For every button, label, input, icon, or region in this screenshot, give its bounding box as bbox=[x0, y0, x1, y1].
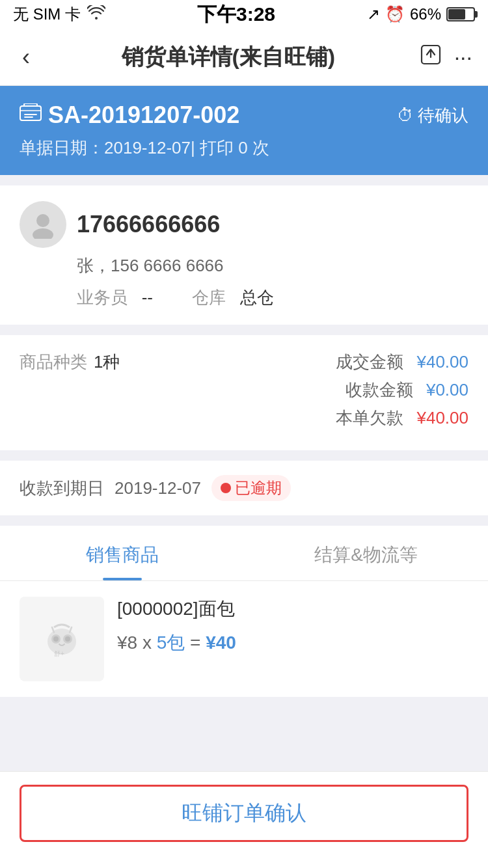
product-quantity: 5包 bbox=[157, 632, 185, 653]
overdue-badge: 已逾期 bbox=[211, 475, 291, 501]
amount-value: ¥40.00 bbox=[416, 352, 468, 372]
battery-icon bbox=[446, 7, 475, 21]
tab-settlement[interactable]: 结算&物流等 bbox=[244, 526, 488, 580]
status-bar: 无 SIM 卡 下午3:28 ↗ ⏰ 66% bbox=[0, 0, 488, 29]
overdue-dot-icon bbox=[221, 483, 231, 493]
overdue-text: 已逾期 bbox=[235, 478, 282, 498]
product-name: [0000002]面包 bbox=[117, 597, 468, 621]
page-title: 销货单详情(来自旺铺) bbox=[122, 42, 336, 72]
summary-right: 成交金额 ¥40.00 收款金额 ¥0.00 本单欠款 ¥40.00 bbox=[244, 351, 468, 435]
svg-point-3 bbox=[33, 228, 53, 239]
owed-label: 本单欠款 bbox=[336, 407, 403, 429]
due-label: 收款到期日 bbox=[20, 477, 104, 500]
order-id: SA-20191207-002 bbox=[20, 102, 239, 129]
location-icon: ↗ bbox=[367, 5, 380, 23]
warehouse-label: 仓库 bbox=[192, 288, 226, 307]
product-card: 舒+ [0000002]面包 ¥8 x 5包 = ¥40 bbox=[0, 581, 488, 697]
product-thumbnail: 舒+ bbox=[20, 597, 104, 681]
owed-value: ¥40.00 bbox=[416, 408, 468, 428]
status-right: ↗ ⏰ 66% bbox=[367, 5, 475, 23]
header-card: SA-20191207-002 ⏱ 待确认 单据日期：2019-12-07| 打… bbox=[0, 86, 488, 175]
customer-card: 17666666666 张，156 6666 6666 业务员 -- 仓库 总仓 bbox=[0, 185, 488, 325]
alarm-icon: ⏰ bbox=[385, 5, 405, 23]
share-button[interactable] bbox=[420, 44, 441, 70]
svg-point-2 bbox=[36, 214, 49, 227]
product-total: ¥40 bbox=[206, 632, 236, 653]
confirm-wangpu-button[interactable]: 旺铺订单确认 bbox=[20, 785, 468, 842]
summary-card: 商品种类 1种 成交金额 ¥40.00 收款金额 ¥0.00 本单欠款 ¥40.… bbox=[0, 335, 488, 450]
order-icon bbox=[20, 102, 42, 129]
due-card: 收款到期日 2019-12-07 已逾期 bbox=[0, 461, 488, 515]
bottom-bar: 旺铺订单确认 bbox=[0, 771, 488, 868]
svg-rect-1 bbox=[20, 106, 41, 120]
customer-name: 张，156 6666 6666 bbox=[77, 254, 468, 277]
order-status: ⏱ 待确认 bbox=[397, 104, 468, 127]
back-button[interactable]: ‹ bbox=[16, 37, 36, 77]
status-left: 无 SIM 卡 bbox=[13, 4, 105, 25]
svg-point-8 bbox=[65, 636, 70, 642]
carrier-text: 无 SIM 卡 bbox=[13, 4, 81, 25]
more-button[interactable]: ··· bbox=[454, 44, 472, 70]
order-date: 单据日期：2019-12-07| 打印 0 次 bbox=[20, 137, 468, 159]
received-value: ¥0.00 bbox=[426, 380, 468, 400]
nav-actions: ··· bbox=[420, 44, 472, 70]
wifi-icon bbox=[87, 5, 105, 23]
sales-rep-value: -- bbox=[142, 288, 153, 307]
customer-phone: 17666666666 bbox=[77, 211, 220, 238]
svg-text:舒+: 舒+ bbox=[54, 650, 64, 657]
status-time: 下午3:28 bbox=[197, 1, 275, 28]
tabs-bar: 销售商品 结算&物流等 bbox=[0, 526, 488, 581]
customer-meta: 业务员 -- 仓库 总仓 bbox=[77, 286, 468, 309]
amount-label: 成交金额 bbox=[336, 351, 403, 373]
due-date: 2019-12-07 bbox=[115, 478, 201, 498]
customer-avatar bbox=[20, 201, 66, 248]
svg-point-7 bbox=[53, 636, 59, 642]
summary-left: 商品种类 1种 bbox=[20, 351, 244, 373]
sales-rep-label: 业务员 bbox=[77, 288, 128, 307]
battery-text: 66% bbox=[410, 5, 441, 23]
product-info: [0000002]面包 ¥8 x 5包 = ¥40 bbox=[117, 597, 468, 655]
status-time-icon: ⏱ bbox=[397, 105, 414, 126]
warehouse-value: 总仓 bbox=[240, 288, 274, 307]
tab-sales-products[interactable]: 销售商品 bbox=[0, 526, 244, 580]
product-price-calc: ¥8 x 5包 = ¥40 bbox=[117, 631, 468, 655]
nav-bar: ‹ 销货单详情(来自旺铺) ··· bbox=[0, 29, 488, 86]
received-label: 收款金额 bbox=[346, 379, 413, 401]
